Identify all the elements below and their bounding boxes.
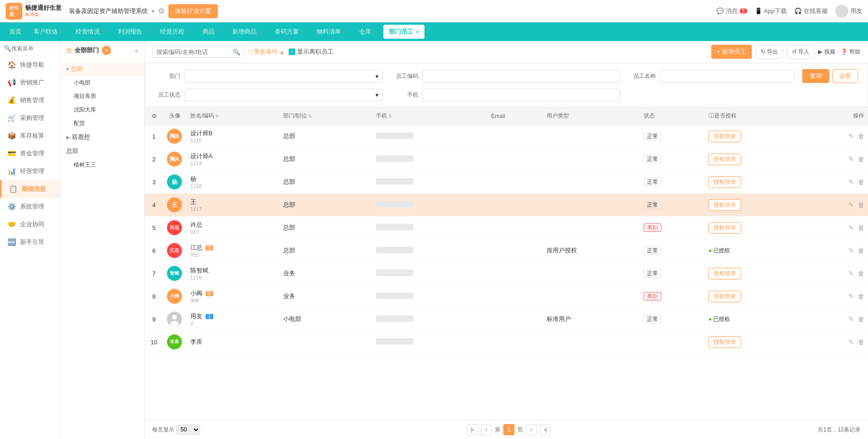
- sidebar-item-purchase[interactable]: 🛒采购管理: [0, 109, 60, 127]
- more-filters-button[interactable]: ▽ 更多条件 ▲: [248, 48, 285, 56]
- show-resigned-checkbox[interactable]: ✓: [289, 49, 295, 55]
- user-menu[interactable]: 用友: [835, 5, 862, 18]
- close-icon[interactable]: ×: [217, 29, 220, 35]
- delete-icon[interactable]: 🗑: [858, 338, 864, 346]
- sidebar-item-inventory[interactable]: 📦库存核算: [0, 127, 60, 145]
- close-icon[interactable]: ×: [302, 29, 305, 35]
- view-options[interactable]: ▶ 视频 | ❓ 帮助: [818, 48, 861, 56]
- dept-node-xiaodian[interactable]: 小电部: [68, 76, 144, 90]
- delete-icon[interactable]: 🗑: [858, 293, 864, 300]
- dept-edit-button[interactable]: ✎: [102, 46, 111, 55]
- delete-icon[interactable]: 🗑: [858, 270, 864, 277]
- tab-customer[interactable]: 客户联络 ×: [28, 25, 69, 39]
- adv-status-select[interactable]: ▾: [184, 89, 383, 101]
- last-page-button[interactable]: ›|: [540, 424, 551, 435]
- sidebar-item-collab[interactable]: 🤝企业协同: [0, 216, 60, 233]
- auth-button[interactable]: 授权登录: [708, 336, 741, 348]
- adv-empname-input[interactable]: [660, 70, 795, 83]
- edit-icon[interactable]: ✎: [848, 201, 854, 209]
- tab-bom[interactable]: 物料清单 ×: [311, 25, 352, 39]
- msg-button[interactable]: 💬 消息 5: [716, 7, 747, 15]
- close-icon[interactable]: ×: [416, 29, 419, 35]
- sidebar-item-ops[interactable]: 📊经营管理: [0, 162, 60, 180]
- edit-icon[interactable]: ✎: [848, 155, 854, 163]
- close-icon[interactable]: ×: [145, 29, 148, 35]
- close-icon[interactable]: ×: [103, 29, 105, 35]
- first-page-button[interactable]: |‹: [467, 424, 478, 435]
- sidebar-item-basic[interactable]: 📋基础信息: [0, 180, 60, 198]
- edit-icon[interactable]: ✎: [848, 315, 854, 323]
- sidebar-item-guide[interactable]: 🆕新手引导: [0, 233, 60, 251]
- tab-profit[interactable]: 利润报告 ×: [112, 25, 153, 39]
- delete-icon[interactable]: 🗑: [858, 178, 864, 186]
- edit-icon[interactable]: ✎: [848, 132, 854, 140]
- th-settings[interactable]: ⚙: [145, 107, 163, 125]
- tab-barcode[interactable]: 条码方案 ×: [269, 25, 310, 39]
- close-icon[interactable]: ×: [187, 29, 190, 35]
- adv-empcode-input[interactable]: [422, 70, 621, 83]
- tab-add-goods[interactable]: 新增商品 ×: [227, 25, 268, 39]
- dept-collapse-button[interactable]: «: [135, 47, 139, 54]
- delete-icon[interactable]: 🗑: [858, 201, 864, 209]
- sidebar-item-marketing[interactable]: 📢营销推广: [0, 74, 60, 91]
- dept-node-root[interactable]: ▾ 总部: [61, 62, 144, 76]
- delete-icon[interactable]: 🗑: [858, 315, 864, 323]
- app-download-button[interactable]: 📱 App下载: [755, 7, 787, 15]
- edit-icon[interactable]: ✎: [848, 178, 854, 186]
- dept-node-project[interactable]: 项目库房: [68, 90, 144, 103]
- query-button[interactable]: 查询: [802, 69, 829, 83]
- settings-icon[interactable]: ⚙: [152, 113, 157, 119]
- tab-warehouse[interactable]: 仓库 ×: [354, 25, 382, 39]
- sidebar-item-quick-nav[interactable]: 🏠快捷导航: [0, 56, 60, 74]
- close-icon[interactable]: ×: [259, 29, 262, 35]
- auth-button[interactable]: 授权登录: [708, 199, 741, 211]
- next-page-button[interactable]: ›: [526, 424, 537, 435]
- dept-node-shuanglu[interactable]: ▶ 双鹿想: [61, 130, 144, 144]
- tab-biz-status[interactable]: 经营情况 ×: [70, 25, 111, 39]
- auth-button[interactable]: 授权登录: [708, 131, 741, 142]
- tab-home[interactable]: 首页: [4, 25, 27, 39]
- current-page[interactable]: 1: [503, 424, 514, 435]
- sidebar-item-sales[interactable]: 💰销售管理: [0, 91, 60, 109]
- set-button[interactable]: 设置: [832, 69, 858, 83]
- sidebar-search-input[interactable]: [11, 45, 56, 52]
- dept-node-zhishu[interactable]: 植树王三: [68, 158, 144, 172]
- gear-icon[interactable]: ⚙: [158, 7, 165, 15]
- edit-icon[interactable]: ✎: [848, 247, 854, 254]
- sidebar-item-finance[interactable]: 💳资金管理: [0, 145, 60, 162]
- delete-icon[interactable]: 🗑: [858, 247, 864, 254]
- search-input[interactable]: [156, 49, 231, 56]
- edit-icon[interactable]: ✎: [848, 224, 854, 231]
- adv-phone-input[interactable]: [422, 89, 621, 101]
- auth-button[interactable]: 授权登录: [708, 268, 741, 279]
- auth-button[interactable]: 授权登录: [708, 176, 741, 188]
- edit-icon[interactable]: ✎: [848, 270, 854, 277]
- auth-button[interactable]: 授权登录: [708, 222, 741, 234]
- delete-icon[interactable]: 🗑: [858, 224, 864, 231]
- delete-icon[interactable]: 🗑: [858, 155, 864, 163]
- import-button[interactable]: ↺ 导入: [787, 45, 814, 59]
- tab-department[interactable]: 部门员工 ×: [383, 25, 424, 39]
- dept-node-zongbu[interactable]: 总部: [61, 144, 144, 158]
- adv-dept-select[interactable]: ▾: [184, 70, 383, 83]
- edit-icon[interactable]: ✎: [848, 293, 854, 300]
- dept-node-peihuo[interactable]: 配货: [68, 117, 144, 130]
- sidebar-item-system[interactable]: ⚙️系统管理: [0, 198, 60, 216]
- dept-node-shenyang[interactable]: 沈阳大库: [68, 103, 144, 117]
- th-phone[interactable]: 手机⇅: [372, 107, 487, 125]
- prev-page-button[interactable]: ‹: [481, 424, 492, 435]
- auth-button[interactable]: 授权登录: [708, 153, 741, 165]
- auth-button[interactable]: 授权登录: [708, 291, 741, 302]
- close-icon[interactable]: ×: [61, 29, 63, 35]
- close-icon[interactable]: ×: [374, 29, 377, 35]
- per-page-select[interactable]: 50 100: [176, 425, 200, 435]
- edit-icon[interactable]: ✎: [848, 338, 854, 346]
- tab-goods[interactable]: 商品 ×: [197, 25, 226, 39]
- support-button[interactable]: 🎧 在线客服: [794, 7, 828, 15]
- trial-button[interactable]: 体验行业方案: [168, 4, 218, 18]
- tab-biz-process[interactable]: 经营历程 ×: [154, 25, 195, 39]
- export-button[interactable]: ↻ 导出: [756, 45, 783, 59]
- th-name[interactable]: 姓名/编码⇅: [187, 107, 279, 125]
- add-employee-button[interactable]: + 新增员工: [711, 45, 752, 59]
- delete-icon[interactable]: 🗑: [858, 132, 864, 140]
